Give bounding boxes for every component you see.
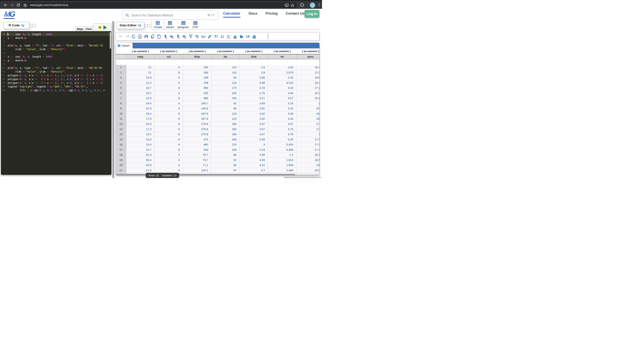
cell[interactable]: 6: [154, 111, 183, 116]
delete-column-icon[interactable]: [176, 34, 180, 39]
find-replace-icon[interactable]: [195, 34, 199, 39]
cell[interactable]: 175: [211, 85, 240, 90]
cell[interactable]: 24.4: [126, 101, 154, 106]
cell[interactable]: 18.61: [296, 75, 320, 80]
cell[interactable]: 123: [211, 111, 240, 116]
cell[interactable]: 17.3: [126, 127, 154, 132]
cell[interactable]: 75.7: [183, 158, 211, 163]
filter-icon[interactable]: [188, 34, 193, 39]
cell[interactable]: 8: [154, 121, 183, 127]
cell[interactable]: 6: [154, 91, 183, 96]
cell[interactable]: 275.8: [183, 127, 211, 132]
cell[interactable]: 110: [211, 80, 240, 85]
nav-link-docs[interactable]: Docs: [249, 12, 257, 17]
cell[interactable]: 110: [211, 65, 240, 70]
cell[interactable]: 1.835: [268, 163, 296, 168]
nav-link-contact-us[interactable]: Contact Us: [286, 12, 304, 17]
histogram-icon[interactable]: [252, 34, 256, 39]
cell[interactable]: 5.424: [268, 142, 296, 147]
cell[interactable]: 8: [154, 85, 183, 90]
panel-splitter[interactable]: [112, 21, 114, 178]
dataset-tab-mtcars[interactable]: mtcars: [164, 20, 176, 29]
cell[interactable]: 3.21: [240, 96, 268, 101]
cell[interactable]: 20: [296, 101, 320, 106]
cell[interactable]: 6: [154, 116, 183, 121]
cell[interactable]: 123: [211, 116, 240, 121]
row-number[interactable]: 7: [116, 96, 126, 101]
cell[interactable]: 160: [183, 70, 211, 75]
packages-button[interactable]: Pkgs: [75, 26, 84, 31]
cell[interactable]: 18.1: [126, 91, 154, 96]
r-code-panel-tab[interactable]: R Code ⇆: [3, 22, 30, 29]
login-button[interactable]: Log in: [304, 10, 320, 18]
cell[interactable]: 3.9: [240, 70, 268, 75]
code-line[interactable]: 10plot(x, y, type = "l", lwd = 2, col = …: [1, 66, 112, 70]
cell[interactable]: 21: [126, 70, 154, 75]
row-number[interactable]: 21: [116, 168, 126, 173]
cell[interactable]: 3.85: [240, 75, 268, 80]
cell[interactable]: 1.615: [268, 158, 296, 163]
code-line[interactable]: 12polygon(c(-1, x[x >= -1 & x <= 1], 1),…: [1, 74, 112, 77]
url-text[interactable]: metricgate.com/?rcodeOn=true: [30, 4, 68, 7]
cell[interactable]: 3.44: [268, 111, 296, 116]
site-settings-icon[interactable]: [22, 3, 28, 8]
cell[interactable]: 2.875: [268, 70, 296, 75]
cell[interactable]: 2.93: [240, 137, 268, 142]
forward-arrow-icon[interactable]: [10, 3, 14, 7]
expand-corners-icon[interactable]: [147, 24, 151, 28]
data-editor-panel-tab[interactable]: Data Editor ⇆: [117, 22, 144, 29]
cell[interactable]: 4: [154, 168, 183, 173]
row-number[interactable]: 18: [116, 152, 126, 157]
code-line[interactable]: 7x <- seq(-4, 4, length = 1000): [1, 55, 112, 59]
cell[interactable]: 180: [211, 132, 240, 137]
cell[interactable]: 78.7: [183, 152, 211, 157]
cell[interactable]: 3.07: [240, 121, 268, 127]
cell[interactable]: 8: [154, 142, 183, 147]
sort-descending-icon[interactable]: [220, 34, 225, 39]
cell[interactable]: 3.15: [268, 106, 296, 111]
cell[interactable]: 275.8: [183, 132, 211, 137]
cell[interactable]: 18.3: [296, 111, 320, 116]
code-line[interactable]: 9: [1, 62, 112, 66]
cell[interactable]: 180: [211, 121, 240, 127]
undo-icon[interactable]: [118, 34, 123, 39]
cell[interactable]: 8: [154, 127, 183, 132]
cell[interactable]: 5.345: [268, 147, 296, 152]
cell[interactable]: 97: [211, 168, 240, 173]
nav-link-pricing[interactable]: Pricing: [266, 12, 278, 17]
cell[interactable]: 230: [211, 147, 240, 152]
cell[interactable]: 21.5: [126, 168, 154, 173]
cell[interactable]: 19.47: [296, 152, 320, 157]
install-app-icon[interactable]: [284, 3, 289, 8]
cell[interactable]: 6: [154, 80, 183, 85]
cell[interactable]: 33.9: [126, 163, 154, 168]
row-number[interactable]: 16: [116, 142, 126, 147]
cell[interactable]: 17.82: [296, 142, 320, 147]
row-number[interactable]: 19: [116, 158, 126, 163]
row-number[interactable]: 8: [116, 101, 126, 106]
code-line[interactable]: 6: [1, 51, 112, 55]
cell[interactable]: 20.01: [296, 168, 320, 173]
cell[interactable]: 95: [211, 106, 240, 111]
cell[interactable]: 93: [211, 75, 240, 80]
cell[interactable]: 105: [211, 91, 240, 96]
cell[interactable]: 4: [154, 75, 183, 80]
cell[interactable]: 180: [211, 127, 240, 132]
add-column-icon[interactable]: [163, 34, 168, 39]
cell[interactable]: 167.6: [183, 111, 211, 116]
cell[interactable]: 4.93: [240, 158, 268, 163]
cell[interactable]: 275.8: [183, 121, 211, 127]
cell[interactable]: 2.465: [268, 168, 296, 173]
cell[interactable]: 14.7: [126, 147, 154, 152]
cell[interactable]: 15.2: [126, 132, 154, 137]
copy-icon[interactable]: [150, 34, 155, 39]
cell[interactable]: 3.7: [240, 168, 268, 173]
bar-chart-icon[interactable]: [233, 34, 238, 39]
column-type-cell[interactable]: ( as.numeric ): [268, 50, 296, 53]
cell[interactable]: 65: [211, 163, 240, 168]
cell[interactable]: 20.22: [296, 91, 320, 96]
cell[interactable]: 5.25: [268, 137, 296, 142]
cell[interactable]: 17.4: [296, 121, 320, 127]
r-code-editor[interactable]: 1x <- seq(-4, 4, length = 1000)2y <- dno…: [1, 31, 112, 175]
search-input[interactable]: [131, 12, 198, 19]
